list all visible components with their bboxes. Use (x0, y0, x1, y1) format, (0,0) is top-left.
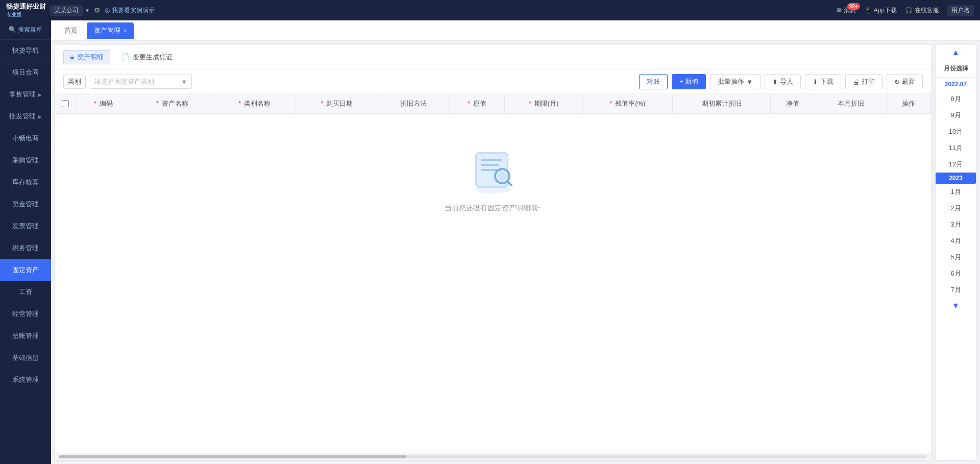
sidebar-item-fixed-assets[interactable]: 固定资产 (0, 259, 51, 281)
month-item-6[interactable]: 6月 (936, 265, 976, 282)
app-icon: 📱 (864, 7, 872, 14)
month-panel-title: 月份选择 (936, 60, 976, 78)
sidebar-item-ledger[interactable]: 总账管理 (0, 325, 51, 347)
topbar-right: ✉ 消息 99+ 📱 App下载 🎧 在线客服 用户名 (837, 5, 974, 16)
dropdown-icon: ▼ (181, 78, 187, 86)
batch-operation-button[interactable]: 批量操作 ▼ (710, 74, 761, 89)
month-item-4[interactable]: 4月 (936, 233, 976, 249)
sidebar-item-label: 工资 (19, 287, 32, 297)
sidebar-item-label: 项目合同 (12, 68, 39, 77)
table-checkbox-header[interactable] (55, 94, 76, 114)
category-filter-label[interactable]: 类别 (63, 75, 86, 89)
sidebar-item-label: 基础信息 (12, 353, 39, 362)
message-icon: ✉ (837, 7, 842, 14)
col-purchase-date: * 购买日期 (296, 94, 378, 114)
sidebar-quick-nav[interactable]: 快捷导航 (0, 40, 51, 62)
settings-icon[interactable]: ⚙ (94, 6, 101, 14)
headset-icon: 🎧 (905, 7, 913, 14)
arrow-icon: ▶ (38, 92, 42, 97)
col-category: * 类别名称 (213, 94, 296, 114)
empty-state: 当前您还没有固定资产明细哦~ (55, 114, 931, 243)
sidebar-item-retail[interactable]: 零售管理 ▶ (0, 84, 51, 106)
main-wrapper: 🔍 搜索菜单 快捷导航 项目合同 零售管理 ▶ 批发管理 ▶ 小畅电商 采购管理… (0, 20, 980, 464)
month-item-2[interactable]: 2月 (936, 200, 976, 216)
month-item-7[interactable]: 7月 (936, 282, 976, 298)
toolbar-left: 类别 请选择固定资产类别 ▼ (63, 75, 192, 89)
download-icon: ⬇ (813, 78, 818, 86)
sidebar-item-operations[interactable]: 经营管理 (0, 303, 51, 325)
sidebar-item-purchase[interactable]: 采购管理 (0, 150, 51, 172)
list-icon: ≡ (70, 53, 74, 61)
app-download-button[interactable]: 📱 App下载 (864, 6, 897, 15)
col-residual-rate: * 残值率(%) (582, 94, 672, 114)
tab-close-icon[interactable]: × (124, 28, 127, 34)
online-service-button[interactable]: 🎧 在线客服 (905, 6, 939, 15)
message-badge: 99+ (847, 3, 860, 10)
sub-tab-change-voucher[interactable]: 📄 变更生成凭证 (114, 50, 179, 64)
sidebar-item-inventory[interactable]: 库存核算 (0, 172, 51, 193)
sub-tabs: ≡ 资产明细 📄 变更生成凭证 (55, 45, 931, 70)
scroll-thumb[interactable] (59, 455, 406, 458)
sidebar-item-label: 小畅电商 (12, 134, 39, 143)
sidebar-item-wholesale[interactable]: 批发管理 ▶ (0, 106, 51, 128)
refresh-icon: ↻ (894, 78, 900, 86)
col-operation: 操作 (886, 94, 930, 114)
sidebar-item-tax[interactable]: 税务管理 (0, 237, 51, 259)
download-button[interactable]: ⬇ 下载 (805, 74, 841, 89)
month-item-11[interactable]: 11月 (936, 140, 976, 156)
company-name: 某某公司 (50, 5, 83, 16)
year-2023-label[interactable]: 2023 (936, 173, 976, 184)
user-info[interactable]: 用户名 (947, 5, 974, 16)
print-button[interactable]: 🖨 打印 (845, 74, 883, 89)
arrow-icon: ▶ (38, 114, 42, 119)
sidebar-item-label: 发票管理 (12, 222, 39, 231)
col-original-value: * 原值 (449, 94, 505, 114)
col-net-value: 净值 (771, 94, 815, 114)
sidebar-item-ecommerce[interactable]: 小畅电商 (0, 128, 51, 150)
sidebar-item-invoice[interactable]: 发票管理 (0, 215, 51, 237)
col-name: * 资产名称 (131, 94, 213, 114)
refresh-button[interactable]: ↻ 刷新 (887, 74, 923, 89)
company-selector[interactable]: 某某公司 ▼ (50, 5, 90, 16)
message-button[interactable]: ✉ 消息 99+ (837, 6, 856, 15)
tab-home[interactable]: 首页 (57, 22, 85, 39)
asset-table: * 编码 * 资产名称 * 类别名称 (55, 94, 931, 243)
import-button[interactable]: ⬆ 导入 (765, 74, 801, 89)
demo-icon: ◎ (105, 7, 110, 14)
tab-bar: 首页 资产管理 × (51, 20, 980, 41)
sidebar-search[interactable]: 🔍 搜索菜单 (0, 20, 51, 40)
sidebar-item-project[interactable]: 项目合同 (0, 62, 51, 84)
sidebar-item-label: 固定资产 (12, 265, 39, 275)
reconcile-button[interactable]: 对账 (639, 74, 668, 89)
scroll-track[interactable] (59, 455, 927, 458)
sidebar-item-salary[interactable]: 工资 (0, 281, 51, 303)
month-item-12[interactable]: 12月 (936, 156, 976, 173)
month-item-1[interactable]: 1月 (936, 184, 976, 200)
month-item-8[interactable]: 8月 (936, 91, 976, 107)
sidebar-item-system[interactable]: 系统管理 (0, 369, 51, 391)
sidebar-item-finance[interactable]: 资金管理 (0, 193, 51, 215)
month-item-3[interactable]: 3月 (936, 216, 976, 233)
month-nav-up: ▲ (936, 45, 976, 60)
bottom-scrollbar[interactable] (55, 453, 931, 460)
sidebar-item-label: 采购管理 (12, 156, 39, 165)
tab-asset-management[interactable]: 资产管理 × (87, 22, 134, 39)
sub-tab-asset-detail[interactable]: ≡ 资产明细 (63, 50, 110, 64)
month-prev-button[interactable]: ▲ (948, 47, 964, 58)
toolbar-right: 对账 + 新增 批量操作 ▼ ⬆ 导入 (639, 74, 923, 89)
month-item-5[interactable]: 5月 (936, 249, 976, 265)
demo-link[interactable]: ◎ 我要看实例演示 (105, 6, 155, 15)
category-select[interactable]: 请选择固定资产类别 ▼ (90, 75, 192, 89)
add-button[interactable]: + 新增 (672, 74, 706, 89)
topbar: 畅捷通好业财 专业版 某某公司 ▼ ⚙ ◎ 我要看实例演示 ✉ 消息 99+ 📱… (0, 0, 980, 20)
col-period: * 期限(月) (505, 94, 583, 114)
month-next-button[interactable]: ▼ (948, 300, 964, 311)
col-method: 折旧方法 (378, 94, 450, 114)
sidebar-item-label: 总账管理 (12, 331, 39, 340)
sidebar-item-basic[interactable]: 基础信息 (0, 347, 51, 369)
select-all-checkbox[interactable] (62, 100, 69, 107)
search-icon: 🔍 (9, 26, 16, 33)
month-item-10[interactable]: 10月 (936, 124, 976, 140)
month-item-9[interactable]: 9月 (936, 107, 976, 124)
month-panel: ▲ 月份选择 2022.07 8月 9月 10月 11月 12月 2023 1月… (935, 45, 976, 460)
